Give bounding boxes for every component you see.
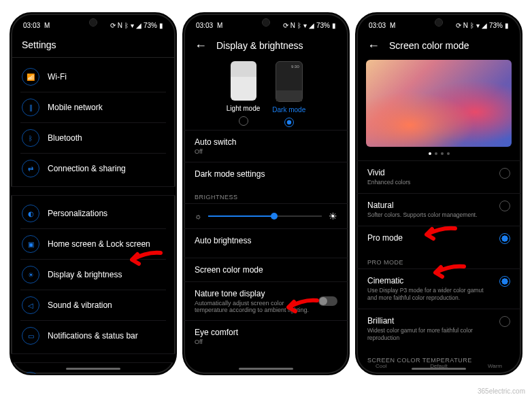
gesture-bar[interactable]: [66, 368, 120, 370]
dark-mode-label: Dark mode: [272, 106, 305, 114]
light-mode-option[interactable]: Light mode: [227, 61, 260, 127]
pro-mode-option[interactable]: Pro mode: [356, 226, 521, 251]
pro-mode-section-label: PRO MODE: [356, 251, 521, 268]
home-lock-icon: ▣: [22, 235, 39, 253]
auto-switch-title: Auto switch: [195, 137, 337, 147]
mobile-icon: ‖: [22, 99, 39, 116]
temp-cool-label: Cool: [376, 363, 386, 369]
cinematic-radio[interactable]: [499, 276, 510, 287]
watermark: 365electric.com: [478, 387, 525, 395]
dark-mode-thumb: [276, 61, 303, 102]
battery-icon: ▮: [332, 22, 336, 29]
settings-item-home-screen-lock-screen[interactable]: ▣Home screen & Lock screen: [20, 228, 166, 259]
brightness-high-icon: ☀: [329, 211, 337, 222]
color-mode-header: ← Screen color mode: [356, 33, 521, 57]
brilliant-title: Brilliant: [367, 316, 494, 326]
settings-item-label: Sound & vibration: [48, 300, 112, 310]
settings-item-notifications-status-bar[interactable]: ▭Notifications & status bar: [20, 320, 166, 351]
nfc-icon: N: [290, 22, 295, 29]
gesture-bar[interactable]: [239, 368, 293, 370]
page-indicator: [356, 152, 521, 160]
auto-brightness-row[interactable]: Auto brightness: [184, 228, 348, 252]
auto-switch-row[interactable]: Auto switch Off: [184, 130, 348, 162]
bt-status-icon: ᛒ: [124, 22, 129, 29]
gmail-icon: M: [390, 22, 395, 29]
settings-item-personalizations[interactable]: ◐Personalizations: [20, 198, 166, 228]
settings-item-bluetooth[interactable]: ᛒBluetooth: [20, 122, 166, 153]
settings-item-mobile-network[interactable]: ‖Mobile network: [20, 92, 166, 122]
nfc-icon: N: [463, 22, 468, 29]
settings-item-connection-sharing[interactable]: ⇄Connection & sharing: [20, 153, 166, 184]
eye-comfort-sub: Off: [195, 339, 337, 345]
nature-tone-row[interactable]: Nature tone display Automatically adjust…: [184, 281, 348, 320]
clock: 03:03: [23, 22, 40, 29]
camera-notch: [263, 19, 269, 26]
temp-warm-label: Warm: [488, 363, 502, 369]
phone-screen-color-mode: 03:03M ⟳Nᛒ▾◢73%▮ ← Screen color mode Viv…: [355, 12, 522, 375]
cast-icon: ⟳: [283, 22, 288, 29]
battery-text: 73%: [144, 22, 157, 29]
color-preview-image[interactable]: [366, 60, 512, 147]
pro-mode-title: Pro mode: [367, 233, 494, 243]
light-mode-thumb: [231, 61, 256, 101]
display-header: ← Display & brightness: [184, 33, 348, 57]
brightness-low-icon: ☼: [195, 212, 201, 220]
vivid-sub: Enhanced colors: [367, 179, 494, 186]
battery-icon: ▮: [505, 22, 509, 29]
settings-item-wi-fi[interactable]: 📶Wi-Fi: [20, 62, 166, 92]
brilliant-sub: Widest color gamut for more faithful col…: [367, 327, 494, 342]
nature-tone-toggle[interactable]: [318, 296, 337, 306]
settings-item-sound-vibration[interactable]: ◁Sound & vibration: [20, 290, 166, 320]
wifi-status-icon: ▾: [303, 22, 307, 29]
sound-icon: ◁: [22, 296, 39, 314]
bt-status-icon: ᛒ: [470, 22, 474, 29]
settings-header: Settings: [11, 33, 176, 56]
settings-item-display-brightness[interactable]: ☀Display & brightness: [20, 259, 166, 290]
settings-item-label: Bluetooth: [48, 133, 82, 143]
gesture-bar[interactable]: [412, 368, 466, 370]
page-title: Display & brightness: [216, 40, 303, 51]
natural-option[interactable]: Natural Softer colors. Supports color ma…: [356, 193, 521, 226]
phone-display-brightness: 03:03M ⟳Nᛒ▾◢73%▮ ← Display & brightness …: [182, 12, 350, 375]
eye-comfort-title: Eye comfort: [195, 328, 337, 337]
vivid-title: Vivid: [367, 168, 494, 177]
screen-color-mode-row[interactable]: Screen color mode: [184, 258, 348, 281]
page-title: Screen color mode: [389, 40, 469, 51]
notifications-icon: ▭: [22, 327, 39, 345]
brilliant-option[interactable]: Brilliant Widest color gamut for more fa…: [356, 309, 521, 349]
battery-icon: ▮: [159, 22, 163, 29]
cast-icon: ⟳: [110, 22, 116, 29]
brightness-section-label: BRIGHTNESS: [184, 186, 348, 203]
personalization-icon: ◐: [22, 205, 39, 222]
display-icon: ☀: [22, 266, 39, 283]
nature-tone-sub: Automatically adjust screen color temper…: [195, 300, 313, 313]
wifi-status-icon: ▾: [476, 22, 480, 29]
dark-mode-option[interactable]: Dark mode: [272, 61, 305, 127]
connection-icon: ⇄: [22, 160, 39, 177]
back-icon[interactable]: ←: [195, 39, 207, 52]
settings-item-label: Home screen & Lock screen: [48, 239, 150, 249]
dark-mode-settings-row[interactable]: Dark mode settings: [184, 162, 348, 186]
brightness-slider-row: ☼ ☀: [184, 203, 348, 228]
brightness-slider[interactable]: [208, 215, 322, 217]
back-icon[interactable]: ←: [367, 39, 380, 52]
dark-mode-settings-label: Dark mode settings: [195, 169, 337, 179]
signal-icon: ◢: [136, 22, 142, 29]
gmail-icon: M: [44, 22, 50, 29]
vivid-option[interactable]: Vivid Enhanced colors: [356, 160, 521, 193]
bt-status-icon: ᛒ: [297, 22, 301, 29]
light-mode-radio[interactable]: [239, 116, 248, 126]
eye-comfort-row[interactable]: Eye comfort Off: [184, 320, 348, 352]
settings-item-label: Wi-Fi: [48, 72, 67, 82]
wifi-status-icon: ▾: [131, 22, 134, 29]
natural-sub: Softer colors. Supports color management…: [367, 211, 494, 219]
pro-mode-radio[interactable]: [499, 233, 510, 244]
cinematic-option[interactable]: Cinematic Use Display P3 mode for a wide…: [356, 268, 521, 309]
brilliant-radio[interactable]: [499, 316, 510, 327]
vivid-radio[interactable]: [499, 168, 510, 179]
auto-brightness-label: Auto brightness: [195, 236, 337, 245]
settings-item-label: Personalizations: [48, 209, 107, 218]
signal-icon: ◢: [482, 22, 487, 29]
dark-mode-radio[interactable]: [284, 118, 294, 127]
natural-radio[interactable]: [499, 201, 510, 211]
